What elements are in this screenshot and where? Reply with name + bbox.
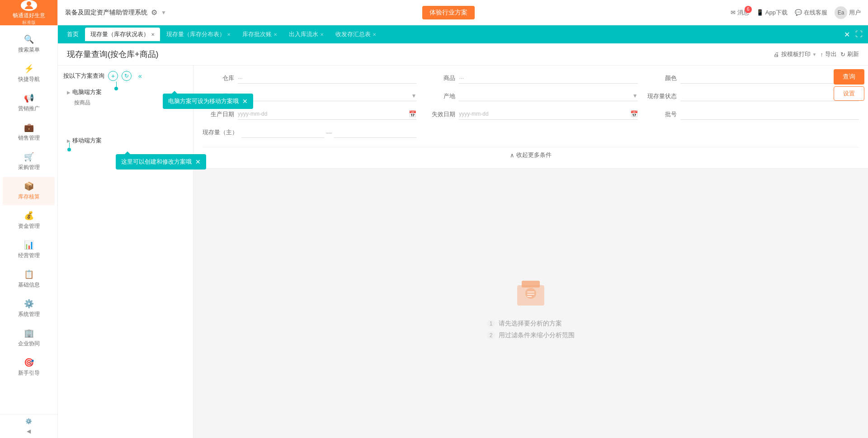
print-action[interactable]: 🖨 按模板打印 ▼ bbox=[774, 50, 817, 58]
user-label: 用户 bbox=[849, 9, 861, 17]
sidebar-collapse[interactable]: ◀ bbox=[27, 428, 31, 434]
sidebar-item-inventory[interactable]: 📦 库存核算 bbox=[3, 177, 55, 205]
refresh-action[interactable]: ↻ 刷新 bbox=[840, 50, 859, 58]
filter-stock-amount: 现存量（主） — bbox=[203, 125, 416, 140]
scheme-mobile-label: 移动端方案 bbox=[72, 137, 102, 145]
purchase-icon: 🛒 bbox=[24, 152, 34, 162]
tab-inventory-dist[interactable]: 现存量（库存分布表） ✕ bbox=[161, 28, 236, 41]
filter-header: 按以下方案查询 + ↻ « 电脑方案可设为移动方案哦 ✕ bbox=[63, 71, 188, 81]
origin-select[interactable]: ▼ bbox=[459, 91, 637, 101]
tab-collect-summary[interactable]: 收发存汇总表 ✕ bbox=[330, 28, 382, 41]
color-label: 颜色 bbox=[645, 74, 677, 82]
size-dropdown-arrow: ▼ bbox=[411, 93, 416, 99]
stock-amount-label: 现存量（主） bbox=[203, 128, 238, 137]
filter-row-2: 尺码 ▼ 产地 ▼ bbox=[203, 89, 859, 107]
empty-illustration bbox=[508, 267, 553, 312]
tab-fullscreen-icon[interactable]: ⛶ bbox=[854, 28, 864, 41]
logo-icon bbox=[21, 0, 37, 11]
dropdown-arrow-icon: ▼ bbox=[161, 9, 166, 16]
sidebar-item-quick[interactable]: ⚡ 快捷导航 bbox=[3, 59, 55, 88]
filter-refresh-button[interactable]: ↻ bbox=[122, 71, 132, 81]
svg-rect-4 bbox=[527, 292, 534, 292]
empty-text: 1 请先选择要分析的方案 2 用过滤条件来缩小分析范围 bbox=[487, 320, 575, 339]
tab-batch-account-close[interactable]: ✕ bbox=[274, 32, 277, 37]
sidebar-item-enterprise[interactable]: 🏢 企业协同 bbox=[3, 324, 55, 352]
expiry-date-input[interactable]: yyyy-mm-dd 📅 bbox=[459, 108, 637, 120]
system-title: 装备及固定资产辅助管理系统 bbox=[65, 9, 147, 17]
filter-goods: 商品 ··· bbox=[424, 71, 637, 85]
operations-icon: 📊 bbox=[24, 240, 34, 250]
tab-inventory-dist-close[interactable]: ✕ bbox=[227, 32, 231, 37]
sidebar-item-guide-label: 新手引导 bbox=[18, 369, 40, 377]
production-date-input[interactable]: yyyy-mm-dd 📅 bbox=[238, 108, 416, 120]
content-area: 按以下方案查询 + ↻ « 电脑方案可设为移动方案哦 ✕ bbox=[58, 66, 868, 438]
sidebar-item-sales[interactable]: 💼 销售管理 bbox=[3, 118, 55, 146]
tab-close-all-icon[interactable]: ✕ bbox=[842, 28, 852, 41]
goods-label: 商品 bbox=[424, 74, 455, 82]
goods-select[interactable]: ··· bbox=[459, 73, 637, 84]
user-item[interactable]: Ea 用户 bbox=[835, 6, 861, 19]
tab-inventory-status-close[interactable]: ✕ bbox=[151, 32, 155, 37]
expiry-date-calendar-icon: 📅 bbox=[630, 110, 638, 118]
amount-to-input[interactable] bbox=[334, 127, 416, 138]
svg-point-3 bbox=[525, 288, 536, 299]
sidebar-item-marketing[interactable]: 📢 营销推广 bbox=[3, 89, 55, 117]
topbar-gear-icon[interactable]: ⚙ bbox=[151, 8, 157, 17]
sidebar-item-finance[interactable]: 💰 资金管理 bbox=[3, 206, 55, 235]
scheme-mobile[interactable]: ▶ 移动端方案 bbox=[67, 135, 188, 146]
user-avatar: Ea bbox=[835, 6, 847, 19]
sidebar-item-operations[interactable]: 📊 经营管理 bbox=[3, 235, 55, 264]
tab-inventory-status[interactable]: 现存量（库存状况表） ✕ bbox=[85, 28, 160, 41]
basic-icon: 📋 bbox=[24, 269, 34, 279]
filter-row-1: 仓库 ··· 商品 ··· 颜色 bbox=[203, 71, 859, 89]
collapse-button[interactable]: ∧ 收起更多条件 bbox=[510, 151, 552, 159]
origin-label: 产地 bbox=[424, 92, 455, 100]
batch-no-input[interactable] bbox=[680, 109, 859, 120]
scheme-desktop-sub-label: 按商品 bbox=[74, 99, 90, 106]
logo-text: 畅通道好生意 bbox=[13, 12, 45, 19]
set-button[interactable]: 设置 bbox=[834, 86, 864, 101]
industry-button[interactable]: 体验行业方案 bbox=[422, 6, 475, 19]
tab-collect-summary-close[interactable]: ✕ bbox=[373, 32, 376, 37]
tooltip-1-close[interactable]: ✕ bbox=[242, 98, 248, 105]
export-action[interactable]: ↑ 导出 bbox=[821, 50, 837, 58]
production-date-placeholder: yyyy-mm-dd bbox=[238, 111, 267, 117]
search-button[interactable]: 查询 bbox=[834, 69, 864, 85]
tooltip-2-close[interactable]: ✕ bbox=[195, 158, 201, 165]
tab-home[interactable]: 首页 bbox=[61, 28, 84, 41]
tab-batch-account[interactable]: 库存批次账 ✕ bbox=[237, 28, 283, 41]
sidebar-item-system[interactable]: ⚙️ 系统管理 bbox=[3, 294, 55, 323]
tab-in-out-flow-close[interactable]: ✕ bbox=[320, 32, 324, 37]
message-item[interactable]: ✉ 消息 6 bbox=[731, 9, 749, 17]
filter-label: 按以下方案查询 bbox=[63, 72, 104, 80]
filter-section: 仓库 ··· 商品 ··· 颜色 bbox=[193, 66, 868, 169]
page-actions: 🖨 按模板打印 ▼ ↑ 导出 ↻ 刷新 bbox=[774, 50, 859, 58]
print-icon: 🖨 bbox=[774, 51, 779, 58]
online-support-item[interactable]: 💬 在线客服 bbox=[795, 9, 827, 17]
sidebar-item-basic[interactable]: 📋 基础信息 bbox=[3, 265, 55, 293]
empty-tip-2-num: 2 bbox=[487, 331, 495, 339]
marketing-icon: 📢 bbox=[24, 93, 34, 103]
sidebar-item-search[interactable]: 🔍 搜索菜单 bbox=[3, 30, 55, 58]
amount-from-input[interactable] bbox=[241, 127, 324, 138]
tab-in-out-flow[interactable]: 出入库流水 ✕ bbox=[283, 28, 329, 41]
filter-arrow-button[interactable]: « bbox=[135, 71, 145, 81]
goods-dots: ··· bbox=[459, 75, 464, 81]
amount-separator: — bbox=[326, 129, 332, 136]
tooltip-2-line bbox=[69, 142, 70, 148]
sidebar-item-purchase[interactable]: 🛒 采购管理 bbox=[3, 147, 55, 176]
sales-icon: 💼 bbox=[24, 122, 34, 132]
tabbar-end: ✕ ⛶ bbox=[842, 28, 864, 41]
sidebar-item-guide[interactable]: 🎯 新手引导 bbox=[3, 353, 55, 381]
app-download-item[interactable]: 📱 App下载 bbox=[756, 9, 788, 17]
sidebar-settings[interactable]: ⚙️ bbox=[25, 418, 32, 424]
collapse-row: ∧ 收起更多条件 bbox=[203, 147, 859, 163]
right-panel: 仓库 ··· 商品 ··· 颜色 bbox=[193, 66, 868, 438]
tooltip-2-container: 这里可以创建和修改方案哦 ✕ bbox=[61, 142, 71, 151]
size-select[interactable]: ▼ bbox=[238, 91, 416, 101]
warehouse-select[interactable]: ··· bbox=[238, 73, 416, 84]
sidebar: 畅通道好生意 标准版 🔍 搜索菜单 ⚡ 快捷导航 📢 营销推广 💼 销售管理 🛒… bbox=[0, 0, 58, 438]
svg-rect-5 bbox=[527, 294, 534, 295]
filter-add-button[interactable]: + bbox=[108, 71, 118, 81]
tooltip-1-text: 电脑方案可设为移动方案哦 bbox=[168, 97, 239, 105]
